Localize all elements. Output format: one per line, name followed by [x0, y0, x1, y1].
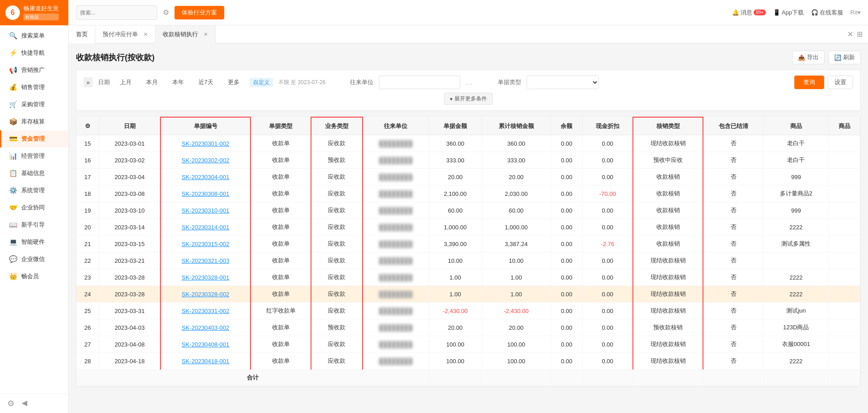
sidebar-item-13[interactable]: 💬企业微信 — [0, 251, 68, 268]
sidebar-item-5[interactable]: 📦库存核算 — [0, 113, 68, 130]
sidebar-icon-13: 💬 — [9, 255, 18, 263]
filter-toggle-icon[interactable]: » — [84, 77, 93, 87]
table-row[interactable]: 26 2023-04-03 SK-20230403-002 收款单 预收款 ██… — [76, 319, 860, 336]
bill-no-link[interactable]: SK-20230321-003 — [182, 257, 230, 264]
bill-type-select[interactable] — [527, 76, 599, 89]
sidebar-item-7[interactable]: 📊经营管理 — [0, 147, 68, 165]
cell-goods1: 测试jun — [764, 303, 829, 319]
bill-type-label: 单据类型 — [498, 78, 521, 86]
this-month-btn[interactable]: 本月 — [142, 77, 162, 88]
col-goods2: 商品 — [829, 117, 860, 135]
search-input[interactable] — [76, 5, 157, 20]
bill-no-link[interactable]: SK-20230403-002 — [182, 324, 230, 331]
query-button[interactable]: 查询 — [794, 76, 824, 89]
col-balance: 余额 — [551, 117, 582, 135]
tab-close-1[interactable]: ✕ — [143, 31, 148, 38]
tab-expand-icon[interactable]: ⊞ — [857, 30, 863, 38]
user-avatar[interactable]: Rit▾ — [850, 9, 861, 16]
sidebar-item-9[interactable]: ⚙️系统管理 — [0, 182, 68, 199]
sidebar-item-10[interactable]: 🤝企业协同 — [0, 199, 68, 216]
bill-no-link[interactable]: SK-20230314-001 — [182, 224, 230, 231]
sidebar-label-0: 搜索菜单 — [21, 32, 45, 40]
table-row[interactable]: 25 2023-03-31 SK-20230331-002 红字收款单 应收款 … — [76, 303, 860, 319]
sidebar-item-14[interactable]: 👑畅会员 — [0, 268, 68, 285]
cell-biz-type: 应收款 — [311, 353, 362, 370]
tab-2[interactable]: 收款核销执行✕ — [156, 25, 216, 43]
sidebar-item-3[interactable]: 💰销售管理 — [0, 79, 68, 96]
cell-bill-type: 收款单 — [250, 135, 311, 152]
table-row[interactable]: 19 2023-03-10 SK-20230310-001 收款单 应收款 ██… — [76, 202, 860, 219]
bill-no-link[interactable]: SK-20230315-002 — [182, 241, 230, 247]
bill-no-link[interactable]: SK-20230331-002 — [182, 308, 230, 314]
bill-no-link[interactable]: SK-20230408-001 — [182, 341, 230, 348]
sidebar-item-12[interactable]: 💻智能硬件 — [0, 233, 68, 251]
app-download[interactable]: 📱 App下载 — [773, 9, 804, 17]
cell-date: 2023-03-02 — [99, 152, 160, 169]
cell-biz-type: 应收款 — [311, 185, 362, 202]
tab-close-all-icon[interactable]: ✕ — [847, 30, 853, 38]
sidebar-label-9: 系统管理 — [21, 186, 45, 195]
this-year-btn[interactable]: 本年 — [168, 77, 189, 88]
cell-bill-type: 收款单 — [250, 269, 311, 286]
more-date-btn[interactable]: 更多 — [223, 77, 244, 88]
cell-no: 24 — [76, 286, 99, 303]
bill-no-link[interactable]: SK-20230328-001 — [182, 274, 230, 281]
bill-no-link[interactable]: SK-20230304-001 — [182, 174, 230, 180]
table-row[interactable]: 27 2023-04-08 SK-20230408-001 收款单 应收款 ██… — [76, 336, 860, 353]
cell-goods2 — [829, 169, 860, 185]
tab-close-2[interactable]: ✕ — [203, 31, 208, 38]
phone-icon: 📱 — [773, 9, 780, 16]
cell-cash-discount: 0.00 — [582, 286, 633, 303]
settings-icon[interactable]: ⚙ — [7, 399, 14, 408]
cell-bill-type: 收款单 — [250, 219, 311, 236]
sidebar-item-0[interactable]: 🔍搜索菜单 — [0, 27, 68, 44]
table-row[interactable]: 18 2023-03-08 SK-20230308-001 收款单 应收款 ██… — [76, 185, 860, 202]
table-row[interactable]: 16 2023-03-02 SK-20230302-002 收款单 预收款 ██… — [76, 152, 860, 169]
sidebar-item-8[interactable]: 📋基础信息 — [0, 165, 68, 182]
col-config[interactable]: ⚙ — [76, 117, 99, 135]
cell-partner: ████████ — [363, 185, 429, 202]
sidebar-item-2[interactable]: 📢营销推广 — [0, 62, 68, 79]
online-service[interactable]: 🎧 在线客服 — [811, 9, 843, 17]
last-7days-btn[interactable]: 近7天 — [194, 77, 218, 88]
table-row[interactable]: 21 2023-03-15 SK-20230315-002 收款单 应收款 ██… — [76, 236, 860, 252]
custom-date-btn[interactable]: 自定义 — [250, 78, 273, 87]
cell-bill-no: SK-20230315-002 — [160, 236, 251, 252]
cell-goods2 — [829, 152, 860, 169]
bill-no-link[interactable]: SK-20230301-002 — [182, 140, 230, 147]
table-row[interactable]: 23 2023-03-28 SK-20230328-001 收款单 应收款 ██… — [76, 269, 860, 286]
table-row[interactable]: 17 2023-03-04 SK-20230304-001 收款单 应收款 ██… — [76, 169, 860, 185]
table-row[interactable]: 24 2023-03-28 SK-20230328-002 收款单 应收款 ██… — [76, 286, 860, 303]
bill-no-link[interactable]: SK-20230302-002 — [182, 157, 230, 164]
partner-input[interactable] — [379, 76, 460, 89]
export-button[interactable]: 📤 导出 — [792, 51, 825, 64]
partner-value: ████████ — [379, 341, 413, 348]
table-row[interactable]: 15 2023-03-01 SK-20230301-002 收款单 应收款 ██… — [76, 135, 860, 152]
tab-0[interactable]: 首页 — [69, 25, 95, 43]
cell-verify-type: 预收中应收 — [633, 152, 703, 169]
tab-1[interactable]: 预付冲应付单✕ — [95, 25, 156, 43]
sidebar-item-6[interactable]: 💳资金管理 — [0, 130, 68, 147]
bill-no-link[interactable]: SK-20230418-001 — [182, 358, 230, 365]
bill-no-link[interactable]: SK-20230308-001 — [182, 190, 230, 197]
collapse-icon[interactable]: ◀ — [22, 399, 27, 408]
sidebar-item-11[interactable]: 📖新手引导 — [0, 216, 68, 233]
setting-button[interactable]: 设置 — [828, 76, 853, 89]
sidebar-item-4[interactable]: 🛒采购管理 — [0, 96, 68, 113]
expand-btn[interactable]: ▾ 展开更多条件 — [444, 93, 493, 105]
col-included: 包含已结清 — [703, 117, 763, 135]
cell-included: 否 — [703, 303, 763, 319]
partner-value: ████████ — [379, 308, 413, 314]
notifications[interactable]: 🔔 消息 99+ — [732, 9, 766, 17]
sidebar-item-1[interactable]: ⚡快捷导航 — [0, 44, 68, 62]
gear-icon[interactable]: ⚙ — [163, 8, 169, 17]
table-row[interactable]: 20 2023-03-14 SK-20230314-001 收款单 应收款 ██… — [76, 219, 860, 236]
sidebar-label-7: 经营管理 — [21, 152, 45, 160]
refresh-button[interactable]: 🔄 刷新 — [828, 51, 861, 64]
last-month-btn[interactable]: 上月 — [115, 77, 136, 88]
industry-solution-button[interactable]: 体验行业方案 — [175, 6, 224, 19]
bill-no-link[interactable]: SK-20230310-001 — [182, 207, 230, 214]
table-row[interactable]: 28 2023-04-18 SK-20230418-001 收款单 应收款 ██… — [76, 353, 860, 370]
table-row[interactable]: 22 2023-03-21 SK-20230321-003 收款单 应收款 ██… — [76, 252, 860, 269]
bill-no-link[interactable]: SK-20230328-002 — [182, 291, 230, 298]
